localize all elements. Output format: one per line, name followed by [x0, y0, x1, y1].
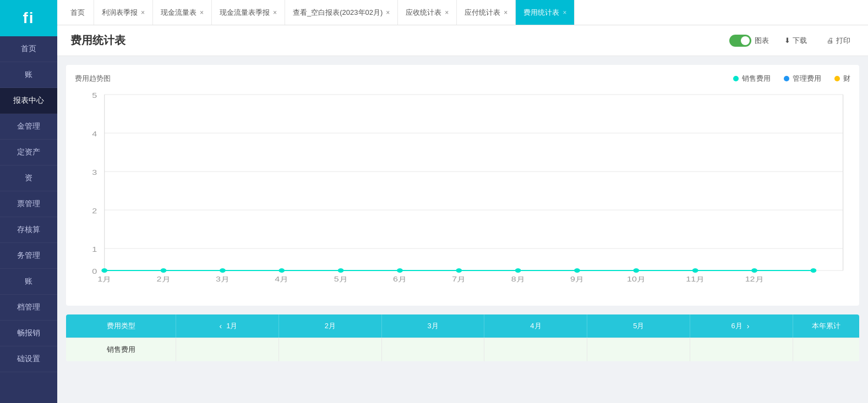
header-actions: 图表 ⬇ 下载 🖨 打印: [729, 34, 855, 48]
table-header-total: 本年累计: [793, 314, 859, 338]
sidebar-item-home[interactable]: 首页: [0, 36, 57, 62]
sidebar-item-basic-settings[interactable]: 础设置: [0, 346, 57, 372]
table-row: 销售费用: [66, 338, 859, 361]
table-section: 费用类型 ‹ 1月 2月 3月 4月 5月 6月 › 本年累计 销售费用: [66, 314, 859, 361]
chart-point-3: [220, 268, 226, 273]
tab-receivable[interactable]: 应收统计表 ×: [398, 0, 457, 25]
svg-text:2月: 2月: [157, 275, 171, 283]
svg-text:5月: 5月: [334, 275, 348, 283]
tab-close-payable[interactable]: ×: [504, 9, 507, 16]
chart-svg: 5 4 3 2 1 0: [75, 88, 850, 286]
chart-legend: 销售费用 管理费用 财: [733, 74, 850, 84]
table-cell-m4: [484, 338, 587, 361]
tab-close-profit-quarter[interactable]: ×: [141, 9, 145, 16]
tab-check-blank[interactable]: 查看_空白报表(2023年02月) ×: [285, 0, 398, 25]
svg-text:5: 5: [92, 92, 97, 100]
legend-label-admin: 管理费用: [793, 74, 821, 84]
table-cell-total: [793, 338, 859, 361]
table-header-month2: 2月: [279, 314, 382, 338]
legend-label-finance: 财: [843, 74, 850, 84]
sidebar-logo: fi: [0, 0, 57, 36]
svg-text:2: 2: [92, 207, 97, 215]
table-header-month1: ‹ 1月: [176, 314, 279, 338]
sidebar: fi 首页 账 报表中心 金管理 定资产 资 票管理 存核算 务管理 账 档管理…: [0, 0, 57, 403]
sidebar-item-fund-management[interactable]: 金管理: [0, 114, 57, 140]
chart-point-10: [633, 268, 639, 273]
tab-cash-flow[interactable]: 现金流量表 ×: [153, 0, 212, 25]
chart-toggle[interactable]: [729, 35, 751, 47]
main-content: 首页 利润表季报 × 现金流量表 × 现金流量表季报 × 查看_空白报表(202…: [57, 0, 868, 403]
download-button[interactable]: ⬇ 下载: [780, 34, 811, 48]
sidebar-item-investment[interactable]: 资: [0, 165, 57, 191]
svg-text:3月: 3月: [216, 275, 230, 283]
table-cell-m2: [279, 338, 382, 361]
table-cell-m1: [176, 338, 279, 361]
tab-close-receivable[interactable]: ×: [445, 9, 449, 16]
legend-dot-admin: [784, 76, 789, 81]
tab-home[interactable]: 首页: [62, 0, 94, 25]
chart-title: 费用趋势图: [75, 74, 111, 84]
table-header-month3: 3月: [382, 314, 485, 338]
svg-text:10月: 10月: [627, 275, 646, 283]
tab-bar: 首页 利润表季报 × 现金流量表 × 现金流量表季报 × 查看_空白报表(202…: [57, 0, 868, 25]
chart-point-6: [397, 268, 403, 273]
chart-point-8: [515, 268, 521, 273]
legend-admin-expense: 管理费用: [784, 74, 821, 84]
svg-text:8月: 8月: [511, 275, 525, 283]
chart-point-4: [279, 268, 285, 273]
table-cell-m6: [690, 338, 793, 361]
table-header-month4: 4月: [484, 314, 587, 338]
tab-close-cash-flow[interactable]: ×: [200, 9, 204, 16]
sidebar-item-inventory[interactable]: 存核算: [0, 217, 57, 243]
chart-toggle-wrap: 图表: [729, 35, 769, 47]
legend-dot-sales: [733, 76, 739, 81]
chart-point-11: [692, 268, 698, 273]
chart-card: 费用趋势图 销售费用 管理费用 财: [66, 65, 859, 306]
chart-point-13: [811, 268, 817, 273]
tab-close-expense-stats[interactable]: ×: [563, 9, 566, 16]
chart-point-5: [338, 268, 344, 273]
tab-expense-stats[interactable]: 费用统计表 ×: [516, 0, 575, 25]
svg-text:1: 1: [92, 246, 97, 253]
svg-text:6月: 6月: [393, 275, 407, 283]
sidebar-item-report-center[interactable]: 报表中心: [0, 88, 57, 114]
print-icon: 🖨: [827, 36, 834, 45]
download-icon: ⬇: [784, 36, 790, 45]
content-area: 费用趋势图 销售费用 管理费用 财: [57, 56, 868, 403]
sidebar-item-account[interactable]: 账: [0, 62, 57, 88]
sidebar-item-sub-account[interactable]: 账: [0, 269, 57, 295]
table-cell-m5: [587, 338, 690, 361]
tab-cash-flow-quarter[interactable]: 现金流量表季报 ×: [212, 0, 285, 25]
table-cell-type: 销售费用: [66, 338, 176, 361]
nav-prev-arrow[interactable]: ‹: [217, 322, 224, 330]
chart-point-9: [574, 268, 580, 273]
chart-point-1: [101, 268, 107, 273]
tab-close-check-blank[interactable]: ×: [386, 9, 390, 16]
nav-next-arrow[interactable]: ›: [745, 322, 752, 330]
svg-text:12月: 12月: [745, 275, 764, 283]
tab-close-cash-flow-quarter[interactable]: ×: [273, 9, 277, 16]
chart-point-7: [456, 268, 462, 273]
tab-payable[interactable]: 应付统计表 ×: [457, 0, 516, 25]
chart-toggle-label: 图表: [755, 36, 769, 46]
page-header: 费用统计表 图表 ⬇ 下载 🖨 打印: [57, 25, 868, 56]
tab-profit-quarter[interactable]: 利润表季报 ×: [94, 0, 153, 25]
sidebar-item-service-management[interactable]: 务管理: [0, 243, 57, 269]
table-header-type: 费用类型: [66, 314, 176, 338]
svg-text:11月: 11月: [686, 275, 705, 283]
legend-finance-expense: 财: [834, 74, 850, 84]
table-header-month6: 6月 ›: [690, 314, 793, 338]
legend-sales-expense: 销售费用: [733, 74, 771, 84]
sidebar-item-file-management[interactable]: 档管理: [0, 295, 57, 321]
chart-container: 5 4 3 2 1 0: [75, 88, 850, 297]
svg-text:4月: 4月: [275, 275, 288, 283]
print-button[interactable]: 🖨 打印: [822, 34, 855, 48]
table-header: 费用类型 ‹ 1月 2月 3月 4月 5月 6月 › 本年累计: [66, 314, 859, 338]
svg-text:3: 3: [92, 169, 97, 176]
svg-text:9月: 9月: [570, 275, 584, 283]
sidebar-item-fixed-assets[interactable]: 定资产: [0, 140, 57, 165]
sidebar-item-smooth-write-off[interactable]: 畅报销: [0, 321, 57, 346]
sidebar-item-ticket-management[interactable]: 票管理: [0, 191, 57, 217]
table-cell-m3: [382, 338, 485, 361]
page-title: 费用统计表: [70, 33, 125, 48]
